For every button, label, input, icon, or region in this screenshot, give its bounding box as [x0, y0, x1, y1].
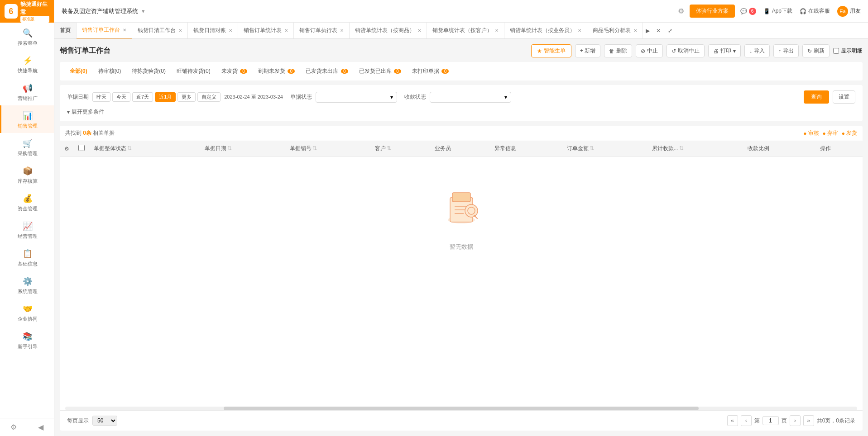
prev-page-button[interactable]: ‹: [741, 415, 752, 426]
chevron-down-icon-2: ▾: [504, 94, 507, 100]
subtab-pending-review[interactable]: 待审核(0): [94, 66, 126, 77]
filter-last1m-btn[interactable]: 近1月: [155, 92, 176, 102]
sidebar-item-system[interactable]: ⚙️ 系统管理: [0, 271, 54, 299]
sidebar-item-quick[interactable]: ⚡ 快捷导航: [0, 50, 54, 78]
cancel-suspend-button[interactable]: ↺ 取消中止: [667, 44, 705, 57]
empty-state: 暂无数据: [60, 156, 863, 278]
subtab-wangpu[interactable]: 旺铺待发货(0): [172, 66, 215, 77]
message-action[interactable]: 💬 6: [740, 8, 756, 15]
filter-status-select[interactable]: ▾: [316, 92, 397, 103]
tab-sales-stat-product-close[interactable]: ✕: [417, 28, 421, 33]
sort-icon-collected: ⇅: [679, 145, 684, 152]
tab-sales-stat-customer-close[interactable]: ✕: [495, 28, 499, 33]
sidebar-item-sales[interactable]: 📊 销售管理: [0, 105, 54, 133]
subtab-pending-inspect[interactable]: 待拣货验货(0): [127, 66, 170, 77]
tab-home[interactable]: 首页: [54, 23, 77, 39]
filter-payment-select[interactable]: ▾: [430, 92, 511, 103]
export-button[interactable]: ↑ 导出: [773, 44, 799, 57]
expand-icon: ▾: [67, 109, 70, 115]
tabbar-more-button[interactable]: ▶: [643, 28, 652, 34]
page-size-select[interactable]: 50 10 20 100: [92, 416, 117, 426]
tab-sales-stat-customer[interactable]: 销货单统计表（按客户） ✕: [427, 23, 504, 39]
subtab-not-printed[interactable]: 未打印单据 0: [408, 66, 453, 77]
collapse-button[interactable]: ◀: [38, 423, 43, 431]
select-all-checkbox[interactable]: [78, 145, 85, 151]
tab-cash-daily[interactable]: 钱货日清工作台 ✕: [132, 23, 188, 39]
online-service-action[interactable]: 🎧 在线客服: [800, 7, 830, 15]
filter-custom-btn[interactable]: 自定义: [197, 92, 221, 102]
tab-product-profit-close[interactable]: ✕: [633, 28, 637, 33]
sidebar-item-coop[interactable]: 🤝 企业协同: [0, 299, 54, 326]
sidebar-item-purchase[interactable]: 🛒 采购管理: [0, 133, 54, 161]
filter-more-btn[interactable]: 更多: [177, 92, 196, 102]
tab-sales-stat-product[interactable]: 销货单统计表（按商品） ✕: [350, 23, 427, 39]
delete-button[interactable]: 🗑 删除: [604, 44, 632, 57]
main-area: 装备及固定资产辅助管理系统 ▾ ⚙ 体验行业方案 💬 6 📱 App下载 🎧 在…: [54, 0, 868, 436]
filter-last7-btn[interactable]: 近7天: [132, 92, 153, 102]
tab-cash-reconcile-close[interactable]: ✕: [229, 28, 232, 33]
scrollbar-thumb[interactable]: [224, 407, 699, 410]
subtab-shipped-not-out[interactable]: 已发货未出库 0: [301, 66, 352, 77]
tab-sales-exec[interactable]: 销售订单执行表 ✕: [294, 23, 350, 39]
empty-text: 暂无数据: [450, 243, 473, 251]
revoke-action-button[interactable]: ● 弃审: [823, 129, 838, 137]
sidebar-item-inventory[interactable]: 📦 库存核算: [0, 161, 54, 188]
coop-icon: 🤝: [23, 304, 33, 314]
tab-sales-stat[interactable]: 销售订单统计表 ✕: [238, 23, 294, 39]
filter-status-label: 单据状态: [290, 93, 312, 101]
sidebar-item-search[interactable]: 🔍 搜索菜单: [0, 23, 54, 50]
sidebar-item-basic[interactable]: 📋 基础信息: [0, 243, 54, 271]
tab-sales-stat-staff[interactable]: 销货单统计表（按业务员） ✕: [504, 23, 587, 39]
trial-button[interactable]: 体验行业方案: [690, 5, 735, 18]
tab-cash-reconcile-label: 钱货日清对账: [193, 27, 226, 34]
print-button[interactable]: 🖨 打印 ▾: [708, 44, 741, 57]
review-action-button[interactable]: ● 审核: [803, 129, 819, 137]
tab-product-profit[interactable]: 商品毛利分析表 ✕: [587, 23, 643, 39]
sidebar-item-promo[interactable]: 📢 营销推广: [0, 78, 54, 105]
topbar-actions: 💬 6 📱 App下载 🎧 在线客服 Ea 用友: [740, 6, 861, 17]
filter-today-btn[interactable]: 今天: [112, 92, 130, 102]
tab-sales-exec-close[interactable]: ✕: [340, 28, 344, 33]
tab-sales-stat-staff-close[interactable]: ✕: [578, 28, 581, 33]
tab-cash-reconcile[interactable]: 钱货日清对账 ✕: [188, 23, 238, 39]
sidebar-item-finance[interactable]: 💰 资金管理: [0, 188, 54, 216]
tab-sales-order-close[interactable]: ✕: [123, 28, 126, 33]
ship-action-button[interactable]: ● 发货: [842, 129, 857, 137]
smart-generate-button[interactable]: ★ 智能生单: [531, 44, 571, 57]
subtab-not-shipped[interactable]: 未发货 0: [217, 66, 252, 77]
table-scroll-container[interactable]: ⚙ 单据整体状态⇅ 单据日期⇅ 单据编号⇅ 客户⇅ 业务员 异常信息 订单金额⇅…: [60, 141, 863, 407]
first-page-button[interactable]: «: [727, 415, 738, 426]
gear-icon[interactable]: ⚙: [678, 7, 684, 15]
next-page-button[interactable]: ›: [790, 415, 801, 426]
settings-button[interactable]: ⚙: [10, 423, 17, 431]
import-button[interactable]: ↓ 导入: [744, 44, 770, 57]
filter-yesterday-btn[interactable]: 昨天: [92, 92, 110, 102]
sidebar-item-operation[interactable]: 📈 经营管理: [0, 216, 54, 243]
add-button[interactable]: + 新增: [575, 44, 600, 57]
show-details-toggle[interactable]: 显示明细: [833, 47, 863, 55]
sidebar-item-guide[interactable]: 📚 新手引导: [0, 326, 54, 354]
horizontal-scrollbar[interactable]: [65, 407, 857, 410]
last-page-button[interactable]: »: [803, 415, 814, 426]
refresh-button[interactable]: ↻ 刷新: [802, 44, 830, 57]
page-input[interactable]: [762, 416, 779, 425]
subtab-overdue[interactable]: 到期未发货 0: [254, 66, 299, 77]
app-download-action[interactable]: 📱 App下载: [763, 7, 792, 15]
tab-sales-order[interactable]: 销售订单工作台 ✕: [77, 23, 132, 39]
svg-rect-2: [452, 193, 470, 202]
filter-expand-button[interactable]: ▾ 展开更多条件: [67, 108, 104, 116]
tabbar-maximize-button[interactable]: ⤢: [664, 28, 676, 34]
subtab-all[interactable]: 全部(0): [65, 66, 92, 77]
filter-setting-button[interactable]: 设置: [833, 90, 855, 104]
suspend-button[interactable]: ⊘ 中止: [636, 44, 663, 57]
tabbar-close-all-button[interactable]: ✕: [652, 28, 664, 34]
user-menu[interactable]: Ea 用友: [837, 6, 861, 17]
phone-icon: 📱: [763, 8, 770, 14]
subtab-shipped-out[interactable]: 已发货已出库 0: [355, 66, 406, 77]
purchase-icon: 🛒: [23, 138, 33, 148]
query-button[interactable]: 查询: [804, 90, 829, 104]
tab-cash-daily-close[interactable]: ✕: [178, 28, 182, 33]
tab-sales-stat-close[interactable]: ✕: [284, 28, 288, 33]
table-area: 共找到 0条 相关单据 ● 审核 ● 弃审 ● 发货: [60, 126, 863, 431]
show-details-checkbox[interactable]: [833, 48, 839, 54]
